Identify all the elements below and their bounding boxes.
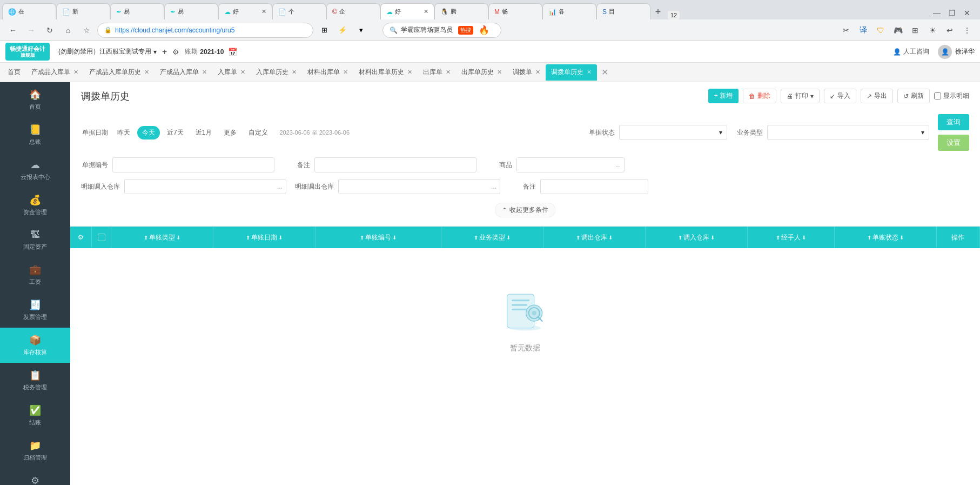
tab-out-hist[interactable]: 出库单历史 ✕ — [456, 64, 507, 81]
tab-transfer-hist-close[interactable]: ✕ — [587, 69, 592, 76]
user-info[interactable]: 👤 徐泽华 — [938, 45, 975, 59]
tab-in-order-close[interactable]: ✕ — [240, 69, 245, 76]
delete-button[interactable]: 🗑 删除 — [743, 89, 776, 103]
settings-icon[interactable]: ⚙ — [172, 48, 179, 56]
tab-mat-out[interactable]: 材料出库单 ✕ — [302, 64, 353, 81]
tab-out-hist-close[interactable]: ✕ — [497, 69, 502, 76]
display-detail-input[interactable] — [934, 92, 941, 99]
biz-select[interactable]: ▾ — [767, 125, 929, 140]
date-pill-more[interactable]: 更多 — [219, 126, 241, 139]
browser-tab-3[interactable]: ✒ 易 — [110, 3, 164, 19]
dropdown-button[interactable]: ▾ — [353, 23, 368, 38]
browser-tab-5[interactable]: ☁ 好 ✕ — [218, 3, 272, 19]
sidebar-item-home[interactable]: 🏠 首页 — [0, 82, 70, 117]
scissors-icon[interactable]: ✂ — [838, 23, 854, 38]
tab-product-in2-close[interactable]: ✕ — [202, 69, 207, 76]
date-pill-yesterday[interactable]: 昨天 — [112, 126, 135, 139]
export-button[interactable]: ↗ 导出 — [861, 89, 893, 103]
doc-num-input[interactable] — [112, 157, 274, 172]
add-company-button[interactable]: + — [162, 47, 167, 57]
th-biz[interactable]: ⬆ 业务类型 ⬇ — [441, 227, 543, 248]
browser-tab-1[interactable]: 🌐 在 — [2, 3, 56, 19]
tab-out-order[interactable]: 出库单 ✕ — [418, 64, 456, 81]
detail-in-input[interactable] — [125, 180, 274, 194]
new-button[interactable]: + 新增 — [708, 89, 739, 103]
th-out-warehouse[interactable]: ⬆ 调出仓库 ⬇ — [543, 227, 646, 248]
tab-product-in[interactable]: 产成品入库单 ✕ — [26, 64, 84, 81]
browser-tab-9[interactable]: 🐧 腾 — [434, 3, 488, 19]
extensions-button[interactable]: ⊞ — [317, 23, 332, 38]
sidebar-item-invoice[interactable]: 🧾 发票管理 — [0, 293, 70, 328]
home-nav-button[interactable]: ⌂ — [61, 23, 76, 38]
service-button[interactable]: 👤 人工咨询 — [893, 47, 929, 56]
undo-icon[interactable]: ↩ — [942, 23, 957, 38]
tab-transfer-hist[interactable]: 调拨单历史 ✕ — [546, 64, 597, 81]
th-num[interactable]: ⬆ 单账编号 ⬇ — [316, 227, 441, 248]
tab-in-order[interactable]: 入库单 ✕ — [212, 64, 251, 81]
th-handler[interactable]: ⬆ 经手人 ⬇ — [748, 227, 835, 248]
browser-tab-4[interactable]: ✒ 易 — [164, 3, 218, 19]
date-pill-custom[interactable]: 自定义 — [244, 126, 273, 139]
sidebar-item-fixed[interactable]: 🏗 固定资产 — [0, 223, 70, 257]
th-settings[interactable]: ⚙ — [70, 227, 92, 248]
shield-icon[interactable]: 🛡 — [873, 23, 888, 38]
tab-close-5[interactable]: ✕ — [261, 8, 266, 15]
tab-transfer-close[interactable]: ✕ — [535, 69, 540, 76]
detail-in-selector[interactable]: ... — [124, 179, 286, 194]
tab-out-order-close[interactable]: ✕ — [446, 69, 451, 76]
query-button[interactable]: 查询 — [938, 114, 969, 130]
tab-product-in-close[interactable]: ✕ — [73, 69, 78, 76]
tab-product-in2[interactable]: 产成品入库单 ✕ — [155, 64, 212, 81]
tab-mat-out-close[interactable]: ✕ — [343, 69, 348, 76]
detail-out-input[interactable] — [339, 180, 488, 194]
tab-transfer[interactable]: 调拨单 ✕ — [507, 64, 546, 81]
tab-home[interactable]: 首页 — [2, 64, 26, 81]
detail-out-more-icon[interactable]: ... — [488, 183, 500, 190]
tab-product-in-hist-close[interactable]: ✕ — [144, 69, 149, 76]
remark-input[interactable] — [314, 157, 476, 172]
bookmark-button[interactable]: ☆ — [79, 23, 94, 38]
goods-more-icon[interactable]: ... — [612, 161, 624, 169]
status-select[interactable]: ▾ — [619, 125, 727, 140]
sidebar-item-tax[interactable]: 📋 税务管理 — [0, 363, 70, 398]
refresh-button[interactable]: ↺ 刷新 — [897, 89, 930, 103]
sidebar-item-wage[interactable]: 💼 工资 — [0, 257, 70, 293]
browser-tab-10[interactable]: M 畅 — [488, 3, 542, 19]
tab-in-hist[interactable]: 入库单历史 ✕ — [251, 64, 302, 81]
close-window-button[interactable]: ✕ — [961, 6, 974, 19]
search-area[interactable]: 🔍 学霸应聘场驱鸟员 热搜 🔥 — [382, 23, 501, 38]
collapse-button[interactable]: ⌃ 收起更多条件 — [495, 203, 555, 217]
detail-out-selector[interactable]: ... — [338, 179, 500, 194]
maximize-button[interactable]: ❐ — [945, 6, 958, 19]
print-button[interactable]: 🖨 打印 ▾ — [781, 89, 820, 103]
back-button[interactable]: ← — [5, 23, 21, 38]
tab-in-hist-close[interactable]: ✕ — [292, 69, 297, 76]
tab-close-8[interactable]: ✕ — [424, 8, 428, 15]
sidebar-item-ledger[interactable]: 📒 总账 — [0, 117, 70, 152]
date-pill-7days[interactable]: 近7天 — [162, 126, 189, 139]
browser-tab-7[interactable]: © 企 — [326, 3, 380, 19]
select-all-checkbox[interactable] — [98, 234, 105, 241]
browser-tab-8[interactable]: ☁ 好 ✕ — [380, 3, 434, 19]
sidebar-item-basic[interactable]: ⚙ 基础设置 — [0, 468, 70, 485]
translate-icon[interactable]: 译 — [856, 23, 871, 38]
sidebar-item-reports[interactable]: ☁ 云报表中心 — [0, 152, 70, 188]
sidebar-item-archive[interactable]: 📁 归档管理 — [0, 433, 70, 468]
company-selector[interactable]: (勿删勿禁用）江西服宝测试专用 ▾ — [58, 47, 157, 56]
th-check[interactable] — [92, 227, 111, 248]
refresh-nav-button[interactable]: ↻ — [42, 23, 57, 38]
browser-tab-6[interactable]: 📄 个 — [272, 3, 326, 19]
brightness-icon[interactable]: ☀ — [925, 23, 940, 38]
menu-icon[interactable]: ⋮ — [959, 23, 975, 38]
tab-mat-out-hist-close[interactable]: ✕ — [407, 69, 412, 76]
th-in-warehouse[interactable]: ⬆ 调入仓库 ⬇ — [646, 227, 748, 248]
sidebar-item-settle[interactable]: ✅ 结账 — [0, 398, 70, 433]
sidebar-item-fund[interactable]: 💰 资金管理 — [0, 188, 70, 223]
display-detail-checkbox[interactable]: 显示明细 — [934, 91, 969, 101]
address-input[interactable]: 🔒 https://cloud.chanjet.com/accounting/u… — [97, 23, 313, 38]
browser-tab-11[interactable]: 📊 各 — [542, 3, 596, 19]
browser-tab-2[interactable]: 📄 新 — [56, 3, 110, 19]
th-date[interactable]: ⬆ 单账日期 ⬇ — [213, 227, 316, 248]
calendar-icon[interactable]: 📅 — [228, 48, 237, 56]
goods-input[interactable] — [517, 158, 612, 172]
